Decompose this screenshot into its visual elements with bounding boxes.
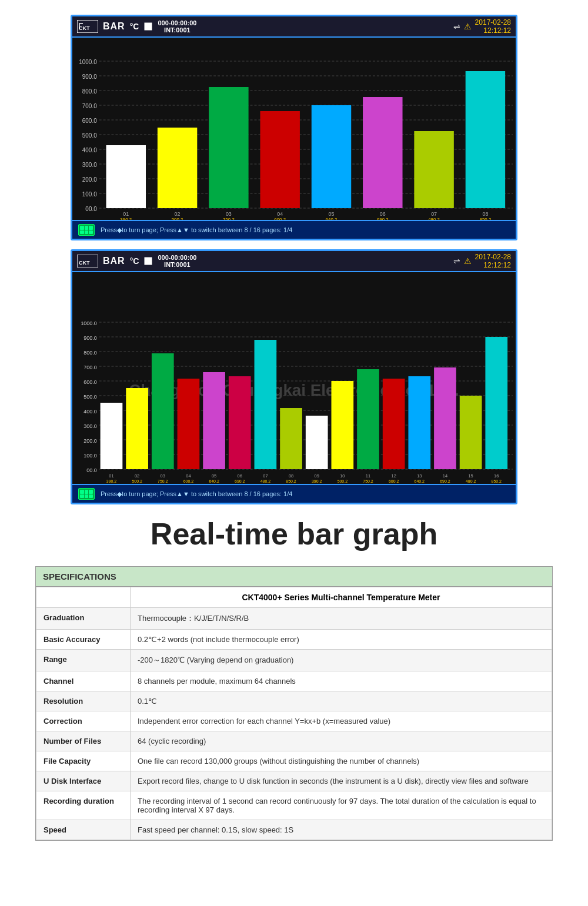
svg-rect-117 [460,396,482,469]
svg-text:02: 02 [135,473,139,479]
svg-text:100.0: 100.0 [83,453,96,459]
svg-text:200.0: 200.0 [83,438,96,444]
spec-name-filecap: File Capacity [36,751,131,771]
svg-text:640.2: 640.2 [326,217,338,220]
svg-text:690.2: 690.2 [440,479,450,483]
chart2-footer: Press◆to turn page; Press▲▼ to switch be… [72,484,516,503]
square-icon-2 [143,256,153,266]
svg-text:01: 01 [123,211,129,217]
svg-text:300.0: 300.0 [83,423,96,429]
svg-text:11: 11 [366,473,370,479]
svg-rect-81 [152,353,174,469]
svg-rect-40 [363,97,402,208]
svg-text:1000.0: 1000.0 [81,320,96,326]
svg-rect-25 [106,145,146,208]
usb-icon: ⇌ [453,22,460,31]
svg-text:640.2: 640.2 [415,479,425,483]
spec-row-numfiles: Number of Files 64 (cyclic recording) [36,731,552,751]
svg-text:900.0: 900.0 [83,335,96,341]
spec-row-graduation: Graduation Thermocouple：K/J/E/T/N/S/R/B [36,608,552,630]
svg-text:640.2: 640.2 [209,479,219,483]
svg-text:600.2: 600.2 [274,217,286,220]
spec-name-udisk: U Disk Interface [36,771,131,791]
chart1-svg: 00.0 100.0 200.0 300.0 400.0 500.0 600.0… [72,38,516,220]
svg-text:750.2: 750.2 [223,217,235,220]
svg-text:10: 10 [340,473,345,479]
chart2-container: CKT BAR °C 000-00:00:00 INT:0001 ⇌ ⚠ 201… [71,249,517,504]
svg-text:03: 03 [161,473,165,479]
square-icon [143,22,153,31]
svg-text:07: 07 [263,473,268,479]
chart1-footer: Press◆to turn page; Press▲▼ to switch be… [72,220,516,239]
svg-rect-120 [485,337,507,469]
svg-rect-84 [178,379,200,469]
svg-rect-90 [229,376,251,469]
svg-text:480.2: 480.2 [428,217,440,220]
svg-text:850.2: 850.2 [479,217,491,220]
svg-text:01: 01 [109,473,113,479]
svg-text:08: 08 [289,473,293,479]
svg-rect-99 [306,416,328,469]
chart2-svg: Changzhou Chuangkai Electronic Co., Ltd.… [72,272,516,484]
footer-grid-icon-2 [78,488,95,500]
svg-text:500.2: 500.2 [132,479,142,483]
chart2-datetime: 2017-02-28 12:12:12 [475,253,511,269]
header-icons-2: ⇌ ⚠ 2017-02-28 12:12:12 [453,253,511,269]
svg-text:CKT: CKT [79,25,90,31]
svg-text:00.0: 00.0 [86,467,96,473]
svg-text:800.0: 800.0 [82,88,97,95]
svg-text:400.0: 400.0 [83,409,96,414]
svg-text:500.0: 500.0 [82,132,97,139]
spec-row-accuracy: Basic Accuracy 0.2℃+2 words (not include… [36,630,552,650]
svg-rect-105 [357,369,379,469]
svg-text:750.2: 750.2 [363,479,373,483]
svg-text:CKT: CKT [79,260,90,266]
svg-text:700.0: 700.0 [82,103,97,109]
spec-value-range: -200～1820℃ (Varying depend on graduation… [131,650,552,671]
svg-text:390.2: 390.2 [120,217,132,220]
svg-text:900.0: 900.0 [82,73,97,80]
warning-icon-2: ⚠ [464,256,472,266]
usb-icon-2: ⇌ [453,256,460,266]
chart1-mode-label: BAR [103,21,125,32]
svg-text:480.2: 480.2 [466,479,476,483]
device-name-cell: CKT4000+ Series Multi-channel Temperatur… [131,587,552,608]
svg-text:600.0: 600.0 [82,118,97,124]
chart1-time-info: 000-00:00:00 INT:0001 [158,19,196,34]
spec-row-udisk: U Disk Interface Export record files, ch… [36,771,552,791]
chart2-header-left: CKT BAR °C 000-00:00:00 INT:0001 [77,254,196,268]
ckt-logo: CKT [77,20,98,33]
svg-text:300.0: 300.0 [82,162,97,168]
svg-rect-78 [126,388,148,469]
chart2-mode-label: BAR [103,256,125,266]
svg-text:500.2: 500.2 [338,479,348,483]
ckt-logo-2: CKT [77,255,98,268]
spec-value-correction: Independent error correction for each ch… [131,711,552,731]
spec-row-filecap: File Capacity One file can record 130,00… [36,751,552,771]
chart1-header-left: CKT BAR °C 000-00:00:00 INT:0001 [77,19,196,34]
spec-name-channel: Channel [36,671,131,691]
spec-value-accuracy: 0.2℃+2 words (not include thermocouple e… [131,630,552,650]
spec-value-filecap: One file can record 130,000 groups (with… [131,751,552,771]
chart2-body: Changzhou Chuangkai Electronic Co., Ltd.… [72,272,516,484]
chart1-body: 00.0 100.0 200.0 300.0 400.0 500.0 600.0… [72,38,516,220]
svg-text:500.2: 500.2 [172,217,183,220]
device-name-row: CKT4000+ Series Multi-channel Temperatur… [36,587,552,608]
svg-text:03: 03 [226,211,232,217]
spec-name-accuracy: Basic Accuracy [36,630,131,650]
spec-name-recduration: Recording duration [36,791,131,820]
svg-text:390.2: 390.2 [312,479,322,483]
svg-rect-46 [466,71,505,208]
warning-icon: ⚠ [464,22,472,31]
svg-text:390.2: 390.2 [106,479,116,483]
svg-text:480.2: 480.2 [260,479,270,483]
svg-text:16: 16 [494,473,499,479]
svg-text:00.0: 00.0 [85,206,97,212]
spec-row-resolution: Resolution 0.1℃ [36,691,552,711]
svg-text:600.0: 600.0 [83,379,96,385]
chart2-unit: °C [130,256,139,266]
svg-text:09: 09 [315,473,319,479]
chart2-time-info: 000-00:00:00 INT:0001 [158,254,196,268]
svg-text:100.0: 100.0 [82,191,97,198]
svg-text:700.0: 700.0 [83,365,96,370]
